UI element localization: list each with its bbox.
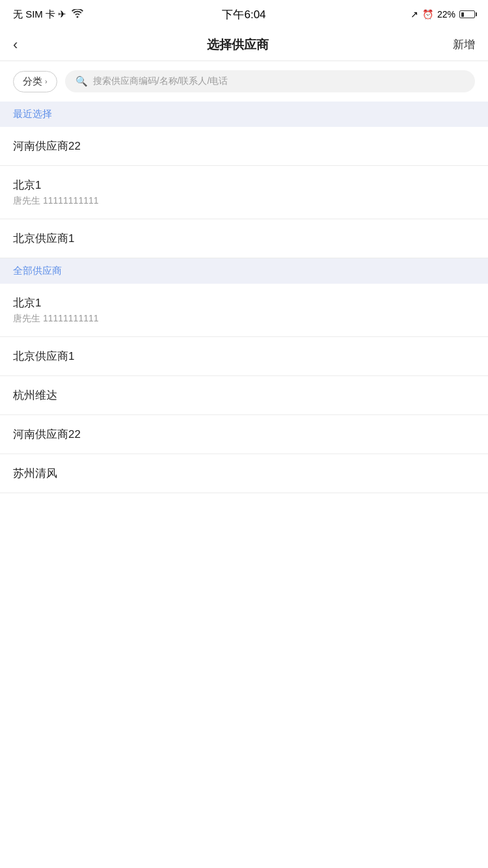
supplier-sub: 唐先生 11111111111: [13, 195, 475, 207]
section-header-all: 全部供应商: [0, 258, 488, 284]
location-icon: ↗: [411, 9, 418, 20]
add-button[interactable]: 新增: [436, 37, 475, 52]
search-placeholder: 搜索供应商编码/名称/联系人/电话: [93, 75, 228, 87]
supplier-name: 苏州清风: [13, 466, 475, 481]
list-item[interactable]: 杭州维达: [0, 376, 488, 415]
back-button[interactable]: ‹: [13, 36, 39, 53]
supplier-sub: 唐先生 11111111111: [13, 313, 475, 325]
list-item[interactable]: 河南供应商22: [0, 127, 488, 166]
wifi-icon: [72, 9, 83, 20]
list-item[interactable]: 北京供应商1: [0, 219, 488, 258]
supplier-name: 杭州维达: [13, 388, 475, 403]
supplier-name: 河南供应商22: [13, 427, 475, 442]
supplier-name: 北京供应商1: [13, 349, 475, 364]
filter-bar: 分类 › 🔍 搜索供应商编码/名称/联系人/电话: [0, 61, 488, 102]
status-right: ↗ ⏰ 22%: [411, 9, 475, 20]
battery-icon: [459, 10, 475, 18]
list-item[interactable]: 北京供应商1: [0, 337, 488, 376]
supplier-name: 北京供应商1: [13, 231, 475, 246]
section-header-recent: 最近选择: [0, 102, 488, 127]
category-filter-button[interactable]: 分类 ›: [13, 71, 57, 92]
alarm-icon: ⏰: [422, 9, 433, 20]
battery-percent: 22%: [437, 9, 455, 20]
status-time: 下午6:04: [222, 7, 265, 22]
status-bar: 无 SIM 卡 ✈ 下午6:04 ↗ ⏰ 22%: [0, 0, 488, 29]
supplier-name: 北京1: [13, 295, 475, 310]
status-left: 无 SIM 卡 ✈: [13, 8, 83, 21]
list-item[interactable]: 北京1唐先生 11111111111: [0, 284, 488, 337]
page-title: 选择供应商: [39, 36, 436, 53]
supplier-list: 最近选择河南供应商22北京1唐先生 11111111111北京供应商1全部供应商…: [0, 102, 488, 493]
category-label: 分类: [23, 75, 42, 88]
nav-bar: ‹ 选择供应商 新增: [0, 29, 488, 61]
search-icon: 🔍: [75, 75, 88, 87]
chevron-right-icon: ›: [45, 77, 47, 85]
supplier-name: 河南供应商22: [13, 139, 475, 154]
sim-status: 无 SIM 卡 ✈: [13, 8, 66, 21]
list-item[interactable]: 河南供应商22: [0, 415, 488, 454]
list-item[interactable]: 苏州清风: [0, 454, 488, 493]
search-input[interactable]: 🔍 搜索供应商编码/名称/联系人/电话: [65, 70, 475, 92]
supplier-name: 北京1: [13, 178, 475, 193]
list-item[interactable]: 北京1唐先生 11111111111: [0, 166, 488, 219]
